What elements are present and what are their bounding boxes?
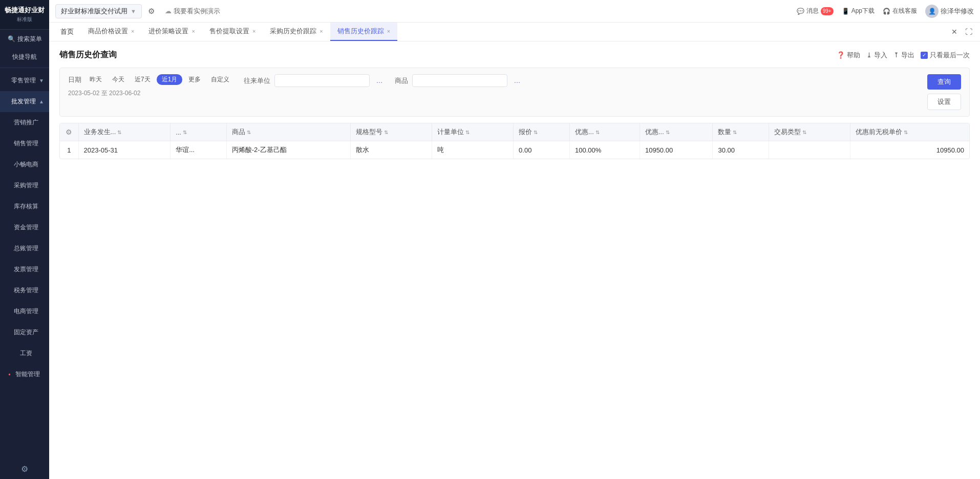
product-input[interactable]: [412, 74, 507, 87]
sidebar-item-marketing[interactable]: 营销推广: [0, 112, 49, 133]
last-only-checkbox[interactable]: ✓ 只看最后一次: [921, 51, 970, 60]
sort-icon: ⇅: [904, 129, 908, 135]
cell-unit: 吨: [432, 141, 514, 159]
online-service-button[interactable]: 🎧 在线客服: [883, 7, 917, 15]
tab-price-extract[interactable]: 售价提取设置 ×: [202, 23, 263, 41]
tab-sales-history[interactable]: 销售历史价跟踪 ×: [330, 23, 397, 41]
th-product[interactable]: 商品 ⇅: [226, 123, 350, 141]
gear-icon[interactable]: ⚙: [21, 464, 28, 474]
sidebar-item-general-ledger[interactable]: 总账管理: [0, 238, 49, 259]
page-actions: ❓ 帮助 ⤓ 导入 ⤒ 导出 ✓ 只看最后一次: [837, 51, 970, 60]
tabbar: 首页 商品价格设置 × 进价策略设置 × 售价提取设置 × 采购历史价跟踪 × …: [49, 23, 980, 41]
th-discount2[interactable]: 优惠... ⇅: [640, 123, 713, 141]
tab-close-price-extract[interactable]: ×: [252, 28, 255, 34]
tab-close-purchase-strategy[interactable]: ×: [191, 28, 195, 34]
th-quantity[interactable]: 数量 ⇅: [713, 123, 769, 141]
sort-icon: ⇅: [117, 129, 121, 135]
message-badge: 99+: [821, 7, 834, 15]
sort-icon: ⇅: [666, 129, 670, 135]
sort-icon: ⇅: [465, 129, 470, 135]
close-tab-button[interactable]: ✕: [947, 25, 962, 39]
date-btn-last7[interactable]: 近7天: [131, 74, 155, 85]
cell-discount2: 10950.00: [640, 141, 713, 159]
sidebar-logo-text: 畅捷通好业财: [5, 6, 45, 15]
page-title: 销售历史价查询: [59, 50, 117, 60]
table-row[interactable]: 1 2023-05-31 华谊... 丙烯酸-2-乙基己酯 散水 吨 0.00 …: [60, 141, 969, 159]
cell-num: 1: [60, 141, 78, 159]
sidebar-item-fixed-assets[interactable]: 固定资产: [0, 322, 49, 343]
topbar: 好业财标准版交付试用 ▼ ⚙ ☁ 我要看实例演示 💬 消息 99+ 📱 App下…: [49, 0, 980, 23]
sidebar-item-finance[interactable]: 资金管理: [0, 217, 49, 238]
table-header-row: ⚙ 业务发生... ⇅ ... ⇅: [60, 123, 969, 141]
sidebar-item-wholesale[interactable]: 批发管理 ▲: [0, 91, 49, 112]
filter-settings-button[interactable]: 设置: [927, 94, 961, 110]
supplier-input[interactable]: [274, 74, 370, 87]
message-icon: 💬: [797, 8, 804, 15]
tab-purchase-history[interactable]: 采购历史价跟踪 ×: [263, 23, 330, 41]
help-icon: ❓: [837, 51, 845, 59]
sidebar-item-inventory[interactable]: 库存核算: [0, 196, 49, 217]
sort-icon: ⇅: [384, 129, 388, 135]
settings-icon[interactable]: ⚙: [146, 5, 157, 18]
export-icon: ⤒: [893, 51, 899, 59]
product-more-btn[interactable]: …: [512, 76, 522, 85]
gear-icon[interactable]: ⚙: [66, 128, 72, 136]
cell-pretax-price: 10950.00: [850, 141, 969, 159]
sidebar-item-retail[interactable]: 零售管理 ▼: [0, 70, 49, 91]
supplier-more-btn[interactable]: …: [374, 76, 385, 85]
cell-price: 0.00: [514, 141, 570, 159]
tab-close-product-price[interactable]: ×: [131, 28, 134, 34]
tab-close-purchase-history[interactable]: ×: [319, 28, 323, 34]
cell-biz-date: 2023-05-31: [78, 141, 171, 159]
supplier-filter-group: 往来单位 …: [244, 74, 385, 87]
th-spec[interactable]: 规格型号 ⇅: [350, 123, 432, 141]
sidebar-search[interactable]: 🔍 搜索菜单: [0, 30, 49, 49]
sidebar-item-invoice[interactable]: 发票管理: [0, 259, 49, 280]
tab-product-price[interactable]: 商品价格设置 ×: [81, 23, 141, 41]
search-icon: 🔍: [8, 35, 15, 42]
indicator-dot: ●: [8, 372, 11, 377]
date-btn-custom[interactable]: 自定义: [207, 74, 233, 85]
sidebar-item-purchase[interactable]: 采购管理: [0, 175, 49, 196]
date-btn-today[interactable]: 今天: [108, 74, 129, 85]
date-btn-yesterday[interactable]: 昨天: [86, 74, 106, 85]
company-select[interactable]: 好业财标准版交付试用 ▼: [55, 4, 142, 18]
sidebar-item-smart[interactable]: ● 智能管理: [0, 364, 49, 385]
user-menu[interactable]: 👤 徐泽华修改: [925, 5, 974, 18]
sidebar-item-sales[interactable]: 销售管理: [0, 133, 49, 154]
import-link[interactable]: ⤓ 导入: [866, 51, 887, 60]
sort-icon: ⇅: [183, 129, 187, 135]
demo-link[interactable]: ☁ 我要看实例演示: [165, 7, 220, 16]
sidebar-item-ecommerce-small[interactable]: 小畅电商: [0, 154, 49, 175]
tab-home[interactable]: 首页: [53, 23, 81, 40]
sidebar-quick-nav[interactable]: 快捷导航: [0, 49, 49, 66]
sort-icon: ⇅: [802, 129, 806, 135]
product-filter-group: 商品 …: [395, 74, 522, 87]
date-btn-more[interactable]: 更多: [184, 74, 205, 85]
sidebar-item-ecommerce[interactable]: 电商管理: [0, 301, 49, 322]
avatar: 👤: [925, 5, 939, 18]
export-link[interactable]: ⤒ 导出: [893, 51, 914, 60]
help-link[interactable]: ❓ 帮助: [837, 51, 860, 60]
data-table-container: ⚙ 业务发生... ⇅ ... ⇅: [59, 123, 970, 159]
th-col3[interactable]: ... ⇅: [171, 123, 227, 141]
th-pretax-price[interactable]: 优惠前无税单价 ⇅: [850, 123, 969, 141]
main-area: 好业财标准版交付试用 ▼ ⚙ ☁ 我要看实例演示 💬 消息 99+ 📱 App下…: [49, 0, 980, 479]
tab-close-sales-history[interactable]: ×: [387, 28, 390, 34]
th-gear[interactable]: ⚙: [60, 123, 78, 141]
sidebar-bottom: ⚙: [0, 459, 49, 479]
query-button[interactable]: 查询: [927, 74, 961, 90]
app-download-button[interactable]: 📱 App下载: [842, 7, 875, 15]
product-filter-label: 商品: [395, 76, 408, 85]
date-btn-last1month[interactable]: 近1月: [157, 74, 183, 85]
message-button[interactable]: 💬 消息 99+: [797, 7, 834, 15]
tab-purchase-strategy[interactable]: 进价策略设置 ×: [141, 23, 202, 41]
sidebar-item-tax[interactable]: 税务管理: [0, 280, 49, 301]
th-unit[interactable]: 计量单位 ⇅: [432, 123, 514, 141]
th-discount1[interactable]: 优惠... ⇅: [569, 123, 640, 141]
maximize-button[interactable]: ⛶: [962, 25, 976, 39]
sidebar-item-payroll[interactable]: 工资: [0, 343, 49, 364]
th-trade-type[interactable]: 交易类型 ⇅: [769, 123, 850, 141]
th-price[interactable]: 报价 ⇅: [514, 123, 570, 141]
th-biz-date[interactable]: 业务发生... ⇅: [78, 123, 171, 141]
